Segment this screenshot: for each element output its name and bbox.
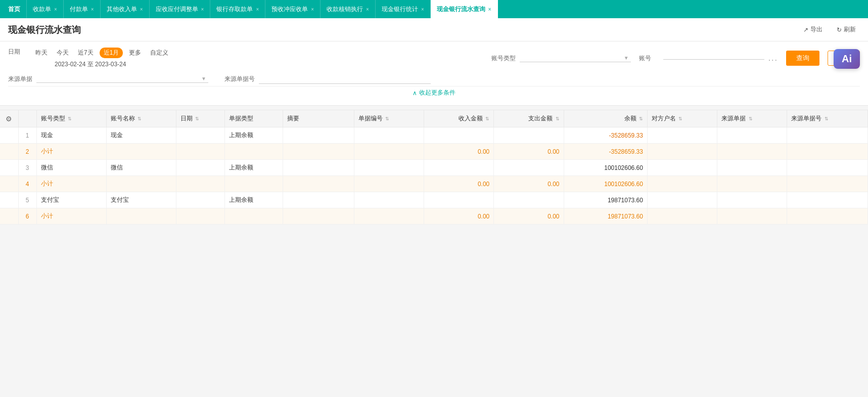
col-income[interactable]: 收入金额 ⇅ — [424, 110, 494, 127]
cell-date — [176, 192, 225, 208]
nav-tab-6-close[interactable]: × — [366, 7, 369, 12]
nav-tab-1[interactable]: 付款单 × — [64, 0, 101, 18]
col-source-doc-num-label: 来源单据号 — [791, 115, 821, 122]
account-dots[interactable]: ... — [768, 54, 778, 63]
nav-tab-2[interactable]: 其他收入单 × — [101, 0, 150, 18]
nav-tab-8-label: 现金银行流水查询 — [437, 5, 485, 14]
nav-tab-8[interactable]: 现金银行流水查询 × — [431, 0, 498, 18]
nav-tab-4[interactable]: 银行存取款单 × — [210, 0, 265, 18]
table-row[interactable]: 3 微信 微信 上期余额 100102606.60 — [0, 160, 868, 176]
sort-icon-income: ⇅ — [485, 116, 489, 121]
nav-tab-3[interactable]: 应收应付调整单 × — [150, 0, 211, 18]
cell-summary — [283, 160, 354, 176]
nav-tab-1-close[interactable]: × — [91, 7, 94, 12]
col-gear: ⚙ — [0, 110, 18, 127]
cell-num: 4 — [18, 176, 36, 192]
table-row[interactable]: 2 小计 0.00 0.00 -3528659.33 — [0, 144, 868, 160]
source-doc-chevron-icon: ▼ — [201, 76, 206, 81]
cell-source-doc — [717, 208, 787, 225]
col-counterpart-label: 对方户名 — [652, 115, 676, 122]
top-nav: 首页 收款单 × 付款单 × 其他收入单 × 应收应付调整单 × 银行存取款单 … — [0, 0, 868, 18]
col-counterpart[interactable]: 对方户名 ⇅ — [647, 110, 717, 127]
sort-icon-balance: ⇅ — [639, 116, 643, 121]
refresh-button[interactable]: ↻ 刷新 — [833, 23, 860, 36]
col-doc-num[interactable]: 单据编号 ⇅ — [354, 110, 424, 127]
cell-balance: 100102606.60 — [564, 176, 647, 192]
cell-balance: -3528659.33 — [564, 144, 647, 160]
cell-balance: 19871073.60 — [564, 192, 647, 208]
sort-icon-date: ⇅ — [195, 116, 199, 121]
date-option-custom[interactable]: 自定义 — [147, 48, 171, 58]
col-balance[interactable]: 余额 ⇅ — [564, 110, 647, 127]
cell-expense: 0.00 — [494, 208, 564, 225]
date-option-today[interactable]: 今天 — [54, 48, 72, 58]
nav-tab-0-close[interactable]: × — [54, 7, 57, 12]
cell-source-doc-num — [787, 160, 868, 176]
col-summary: 摘要 — [283, 110, 354, 127]
table-body: 1 现金 现金 上期余额 -3528659.33 2 小计 0.00 0.00 … — [0, 127, 868, 225]
nav-tab-7[interactable]: 现金银行统计 × — [376, 0, 431, 18]
source-doc-num-input[interactable] — [259, 74, 431, 84]
nav-tab-0[interactable]: 收款单 × — [27, 0, 64, 18]
cell-gear — [0, 176, 18, 192]
cell-expense: 0.00 — [494, 144, 564, 160]
table-row[interactable]: 4 小计 0.00 0.00 100102606.60 — [0, 176, 868, 192]
account-label: 账号 — [639, 54, 659, 63]
cell-balance: -3528659.33 — [564, 127, 647, 144]
cell-doc-num — [354, 208, 424, 225]
gear-icon[interactable]: ⚙ — [6, 115, 12, 123]
nav-tab-8-close[interactable]: × — [488, 7, 491, 12]
nav-tab-2-close[interactable]: × — [140, 7, 143, 12]
cell-counterpart — [647, 192, 717, 208]
cell-summary — [283, 127, 354, 144]
col-account-type[interactable]: 账号类型 ⇅ — [36, 110, 106, 127]
nav-home[interactable]: 首页 — [2, 0, 27, 18]
table-row[interactable]: 5 支付宝 支付宝 上期余额 19871073.60 — [0, 192, 868, 208]
ai-badge[interactable]: Ai — [834, 49, 860, 69]
nav-tab-3-close[interactable]: × — [201, 7, 204, 12]
cell-account-name — [106, 208, 176, 225]
account-input[interactable] — [663, 57, 764, 60]
collapse-bar[interactable]: ∧ 收起更多条件 — [8, 86, 860, 99]
nav-tab-7-close[interactable]: × — [421, 7, 424, 12]
cell-doc-num — [354, 160, 424, 176]
col-source-doc-num[interactable]: 来源单据号 ⇅ — [787, 110, 868, 127]
cell-summary — [283, 144, 354, 160]
sort-icon-source-doc: ⇅ — [749, 116, 753, 121]
cell-account-name: 支付宝 — [106, 192, 176, 208]
cell-account-name: 现金 — [106, 127, 176, 144]
cell-source-doc-num — [787, 208, 868, 225]
collapse-label: 收起更多条件 — [419, 89, 455, 97]
table-row[interactable]: 1 现金 现金 上期余额 -3528659.33 — [0, 127, 868, 144]
col-expense[interactable]: 支出金额 ⇅ — [494, 110, 564, 127]
nav-tab-5-close[interactable]: × — [311, 7, 314, 12]
cell-balance: 100102606.60 — [564, 160, 647, 176]
source-doc-select[interactable]: ▼ — [36, 75, 208, 83]
col-date[interactable]: 日期 ⇅ — [176, 110, 225, 127]
col-source-doc[interactable]: 来源单据 ⇅ — [717, 110, 787, 127]
account-type-select[interactable]: ▼ — [520, 54, 631, 62]
date-option-7days[interactable]: 近7天 — [75, 48, 97, 58]
cell-account-type: 支付宝 — [36, 192, 106, 208]
query-button[interactable]: 查询 — [786, 51, 819, 66]
date-option-yesterday[interactable]: 昨天 — [32, 48, 51, 58]
nav-tab-1-label: 付款单 — [70, 5, 88, 14]
export-button[interactable]: ↗ 导出 — [799, 23, 827, 36]
col-account-name[interactable]: 账号名称 ⇅ — [106, 110, 176, 127]
date-option-1month[interactable]: 近1月 — [100, 48, 123, 58]
nav-tab-6[interactable]: 收款核销执行 × — [321, 0, 376, 18]
export-label: 导出 — [810, 25, 823, 34]
cell-summary — [283, 208, 354, 225]
cell-gear — [0, 192, 18, 208]
nav-tab-5[interactable]: 预收冲应收单 × — [265, 0, 321, 18]
page-header: 现金银行流水查询 ↗ 导出 ↻ 刷新 — [0, 18, 868, 41]
date-option-more[interactable]: 更多 — [126, 48, 144, 58]
nav-tab-7-label: 现金银行统计 — [382, 5, 418, 14]
sort-icon-account-name: ⇅ — [138, 116, 142, 121]
date-label: 日期 — [8, 48, 28, 56]
nav-tab-4-close[interactable]: × — [256, 7, 259, 12]
table-row[interactable]: 6 小计 0.00 0.00 19871073.60 — [0, 208, 868, 225]
cell-source-doc-num — [787, 127, 868, 144]
cell-num: 6 — [18, 208, 36, 225]
cell-account-type: 微信 — [36, 160, 106, 176]
